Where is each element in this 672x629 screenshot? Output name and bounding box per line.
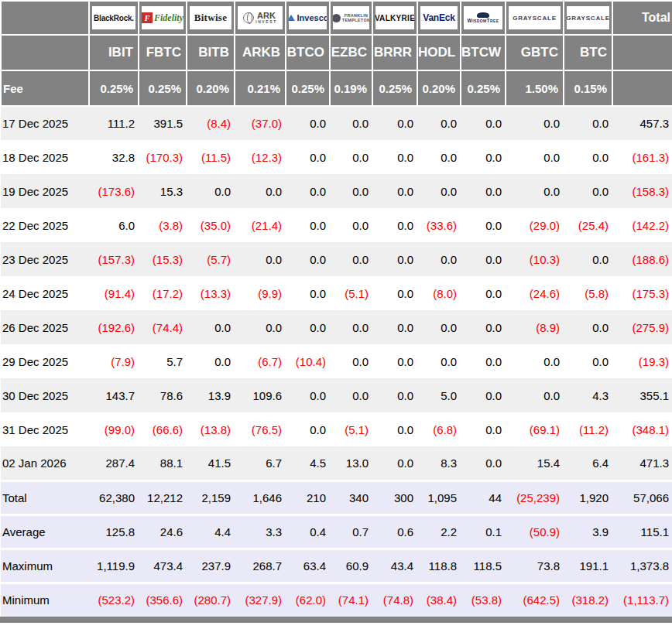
fee-brrr: 0.25% (372, 70, 417, 106)
flow-cell-fbtc: (74.4) (139, 310, 187, 344)
flow-cell-total: (19.3) (612, 344, 672, 378)
provider-logo-row: BlackRock.FFidelityBitwiseARKINVESTInves… (1, 1, 672, 35)
flow-cell-ibit: (99.0) (89, 412, 139, 446)
flow-cell-ezbc: (5.1) (330, 276, 372, 310)
date-label: 18 Dec 2025 (1, 140, 89, 174)
flow-cell-btco: 63.4 (286, 549, 330, 583)
flow-cell-fbtc: (3.8) (139, 208, 187, 242)
flow-cell-gbtc: (642.5) (506, 583, 564, 617)
flow-cell-ibit: 6.0 (89, 208, 139, 242)
flow-cell-btcw: 118.5 (461, 549, 506, 583)
fee-row: Fee0.25%0.25%0.20%0.21%0.25%0.19%0.25%0.… (1, 70, 672, 106)
templeton-wordmark: TEMPLETON (342, 18, 369, 22)
date-label: 29 Dec 2025 (1, 344, 89, 378)
ticker-ezbc: EZBC (330, 35, 372, 70)
ticker-btcw: BTCW (461, 35, 506, 70)
flow-cell-btc: 6.4 (564, 446, 612, 480)
fee-ibit: 0.25% (89, 70, 139, 106)
flow-cell-brrr: 0.0 (372, 174, 417, 208)
flow-cell-btc: 4.3 (564, 378, 612, 412)
flow-cell-fbtc: (170.3) (139, 140, 187, 174)
flow-cell-gbtc: 73.8 (506, 549, 564, 583)
flow-cell-fbtc: 473.4 (139, 549, 187, 583)
flow-cell-fbtc: 15.3 (139, 174, 187, 208)
fee-fbtc: 0.25% (139, 70, 187, 106)
flow-cell-hodl: (33.6) (417, 208, 461, 242)
vaneck-logo: VanEck (420, 6, 458, 29)
average-row: Average125.824.64.43.30.40.70.62.20.1(50… (1, 514, 672, 549)
flow-cell-bitb: 237.9 (187, 549, 235, 583)
flow-cell-btc: 0.0 (564, 174, 612, 208)
flow-cell-hodl: 0.0 (417, 106, 461, 140)
date-row: 26 Dec 2025(192.6)(74.4)0.00.00.00.00.00… (1, 310, 672, 344)
flow-cell-brrr: 0.6 (372, 514, 417, 549)
flow-cell-brrr: 43.4 (372, 549, 417, 583)
fee-total-empty-cell (612, 70, 672, 106)
flow-cell-btcw: 0.0 (461, 242, 506, 276)
flow-cell-brrr: 0.0 (372, 446, 417, 480)
date-label: 22 Dec 2025 (1, 208, 89, 242)
fidelity-logo: FFidelity (142, 6, 183, 29)
flow-cell-ezbc: (5.1) (330, 412, 372, 446)
flow-cell-brrr: 0.0 (372, 412, 417, 446)
flow-cell-fbtc: (17.2) (139, 276, 187, 310)
date-label: 26 Dec 2025 (1, 310, 89, 344)
flow-cell-ezbc: 0.0 (330, 106, 372, 140)
provider-cell-valkyrie: VALKYRIE (372, 1, 417, 35)
flow-cell-btcw: 0.0 (461, 106, 506, 140)
flow-cell-arkb: 109.6 (235, 378, 286, 412)
flow-cell-bitb: 13.9 (187, 378, 235, 412)
flow-cell-bitb: 4.4 (187, 514, 235, 549)
fee-btc: 0.15% (564, 70, 612, 106)
flow-cell-btco: 0.0 (286, 242, 330, 276)
flow-cell-brrr: 300 (372, 480, 417, 514)
flow-cell-gbtc: (24.6) (506, 276, 564, 310)
flow-cell-ezbc: 0.0 (330, 174, 372, 208)
flow-cell-ibit: 143.7 (89, 378, 139, 412)
flow-cell-arkb: 0.0 (235, 174, 286, 208)
flow-cell-btco: 4.5 (286, 446, 330, 480)
flow-cell-arkb: 268.7 (235, 549, 286, 583)
flow-cell-fbtc: 12,212 (139, 480, 187, 514)
flow-cell-gbtc: (69.1) (506, 412, 564, 446)
wisdomtree-text: WisdomTree (468, 12, 499, 23)
flow-cell-arkb: (21.4) (235, 208, 286, 242)
table-body: 17 Dec 2025111.2391.5(8.4)(37.0)0.00.00.… (1, 106, 672, 617)
fee-bitb: 0.20% (187, 70, 235, 106)
flow-cell-ibit: (7.9) (89, 344, 139, 378)
fee-row-label: Fee (1, 70, 89, 106)
date-label: 02 Jan 2026 (1, 446, 89, 480)
franklin-text: FRANKLINTEMPLETON (342, 13, 369, 22)
flow-cell-ezbc: 0.0 (330, 310, 372, 344)
ticker-fbtc: FBTC (139, 35, 187, 70)
flow-cell-btc: 191.1 (564, 549, 612, 583)
franklin-seal-icon (333, 14, 341, 22)
average-label: Average (1, 514, 89, 549)
flow-cell-bitb: 0.0 (187, 310, 235, 344)
fee-ezbc: 0.19% (330, 70, 372, 106)
date-row: 24 Dec 2025(91.4)(17.2)(13.3)(9.9)0.0(5.… (1, 276, 672, 310)
provider-cell-fidelity: FFidelity (139, 1, 187, 35)
flow-cell-ibit: 287.4 (89, 446, 139, 480)
flow-cell-btco: 0.0 (286, 174, 330, 208)
flow-cell-hodl: 1,095 (417, 480, 461, 514)
flow-cell-fbtc: 391.5 (139, 106, 187, 140)
flow-cell-gbtc: (8.9) (506, 310, 564, 344)
flow-cell-arkb: (9.9) (235, 276, 286, 310)
flow-cell-arkb: (12.3) (235, 140, 286, 174)
flow-cell-btc: 0.0 (564, 242, 612, 276)
flow-cell-total: 457.3 (612, 106, 672, 140)
bitwise-logo: Bitwise (190, 6, 231, 29)
franklin-logo: FRANKLINTEMPLETON (333, 6, 369, 29)
ark-invest-wordmark: INVEST (255, 19, 277, 24)
flow-cell-bitb: (13.8) (187, 412, 235, 446)
flow-cell-btc: (25.4) (564, 208, 612, 242)
flow-cell-btcw: 0.0 (461, 174, 506, 208)
flow-cell-fbtc: 24.6 (139, 514, 187, 549)
flow-cell-ezbc: 0.7 (330, 514, 372, 549)
invesco-logo: Invesco (289, 6, 327, 29)
date-row: 30 Dec 2025143.778.613.9109.60.00.00.05.… (1, 378, 672, 412)
flow-cell-bitb: 41.5 (187, 446, 235, 480)
flow-cell-total: (158.3) (612, 174, 672, 208)
flow-cell-arkb: (37.0) (235, 106, 286, 140)
